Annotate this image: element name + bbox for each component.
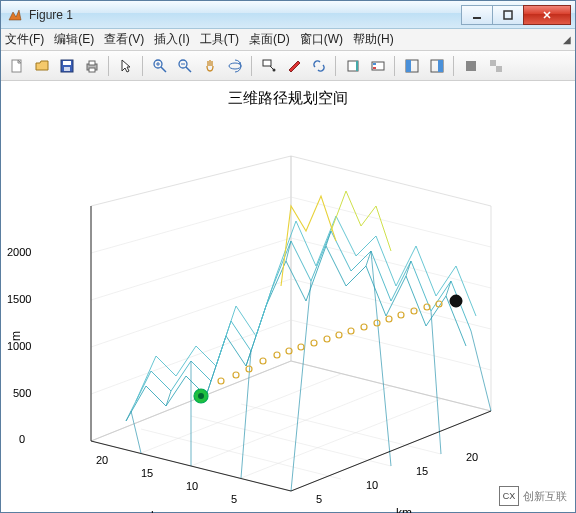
x-axis-label: km	[396, 506, 412, 513]
ytick: 15	[141, 467, 153, 479]
figure-window: Figure 1 文件(F) 编辑(E) 查看(V) 插入(I) 工具(T) 桌…	[0, 0, 576, 513]
show-plot-tools-button[interactable]	[484, 55, 507, 77]
svg-point-59	[218, 378, 224, 384]
insert-legend-button[interactable]	[366, 55, 389, 77]
path-waypoints	[218, 301, 442, 384]
svg-point-71	[374, 320, 380, 326]
menu-overflow-icon[interactable]: ◢	[563, 34, 571, 45]
window-controls	[462, 5, 571, 25]
link-button[interactable]	[307, 55, 330, 77]
toolbar-separator	[251, 56, 252, 76]
edit-pointer-button[interactable]	[114, 55, 137, 77]
xtick: 10	[366, 479, 378, 491]
svg-point-65	[298, 344, 304, 350]
svg-point-67	[324, 336, 330, 342]
svg-line-30	[291, 320, 491, 370]
axes-3d[interactable]	[31, 111, 541, 506]
chart-title: 三维路径规划空间	[1, 89, 575, 108]
svg-line-52	[131, 411, 141, 453]
svg-rect-25	[496, 66, 502, 72]
maximize-button[interactable]	[492, 5, 524, 25]
menu-insert[interactable]: 插入(I)	[154, 31, 189, 48]
svg-line-56	[371, 251, 391, 466]
menu-window[interactable]: 窗口(W)	[300, 31, 343, 48]
toolbar	[1, 51, 575, 81]
end-marker	[450, 295, 462, 307]
open-file-button[interactable]	[30, 55, 53, 77]
menu-desktop[interactable]: 桌面(D)	[249, 31, 290, 48]
svg-point-61	[246, 366, 252, 372]
menu-help[interactable]: 帮助(H)	[353, 31, 394, 48]
undock-window-button[interactable]	[425, 55, 448, 77]
svg-line-35	[91, 197, 291, 253]
svg-rect-22	[438, 60, 443, 72]
watermark-logo: CX	[499, 486, 519, 506]
svg-line-33	[91, 238, 291, 300]
z-axis-label: m	[9, 331, 23, 341]
menu-tools[interactable]: 工具(T)	[200, 31, 239, 48]
new-file-button[interactable]	[5, 55, 28, 77]
svg-line-44	[166, 391, 171, 406]
svg-point-60	[233, 372, 239, 378]
svg-line-79	[291, 411, 491, 491]
svg-rect-1	[504, 11, 512, 19]
svg-line-42	[241, 404, 441, 454]
insert-colorbar-button[interactable]	[341, 55, 364, 77]
terrain-mesh	[126, 191, 491, 491]
menu-file[interactable]: 文件(F)	[5, 31, 44, 48]
toolbar-separator	[142, 56, 143, 76]
svg-point-72	[386, 316, 392, 322]
save-button[interactable]	[55, 55, 78, 77]
menubar: 文件(F) 编辑(E) 查看(V) 插入(I) 工具(T) 桌面(D) 窗口(W…	[1, 29, 575, 51]
toolbar-separator	[335, 56, 336, 76]
ytick: 10	[186, 480, 198, 492]
svg-line-34	[291, 238, 491, 288]
zoom-out-button[interactable]	[173, 55, 196, 77]
toolbar-separator	[394, 56, 395, 76]
menu-view[interactable]: 查看(V)	[104, 31, 144, 48]
svg-line-38	[191, 386, 391, 466]
svg-rect-23	[466, 61, 476, 71]
svg-line-55	[291, 281, 311, 491]
minimize-button[interactable]	[461, 5, 493, 25]
svg-line-40	[141, 429, 341, 479]
svg-line-58	[471, 331, 491, 411]
menu-edit[interactable]: 编辑(E)	[54, 31, 94, 48]
ytick: 20	[96, 454, 108, 466]
svg-line-57	[431, 311, 441, 454]
xtick: 15	[416, 465, 428, 477]
svg-rect-12	[263, 60, 271, 66]
print-button[interactable]	[80, 55, 103, 77]
ztick: 500	[13, 387, 31, 399]
brush-button[interactable]	[282, 55, 305, 77]
data-cursor-button[interactable]	[257, 55, 280, 77]
svg-point-73	[398, 312, 404, 318]
svg-line-39	[241, 399, 441, 478]
ztick: 0	[19, 433, 25, 445]
svg-rect-20	[406, 60, 411, 72]
svg-rect-18	[373, 67, 376, 69]
pan-button[interactable]	[198, 55, 221, 77]
window-title: Figure 1	[29, 8, 73, 22]
svg-line-36	[291, 197, 491, 247]
svg-line-37	[141, 374, 341, 453]
start-marker-dot	[198, 393, 204, 399]
svg-point-63	[274, 352, 280, 358]
xtick: 20	[466, 451, 478, 463]
rotate-3d-button[interactable]	[223, 55, 246, 77]
hide-plot-tools-button[interactable]	[459, 55, 482, 77]
ztick: 1000	[7, 340, 31, 352]
zoom-in-button[interactable]	[148, 55, 171, 77]
dock-window-button[interactable]	[400, 55, 423, 77]
svg-line-51	[446, 281, 451, 296]
svg-line-31	[91, 279, 291, 347]
close-button[interactable]	[523, 5, 571, 25]
svg-point-62	[260, 358, 266, 364]
svg-rect-17	[373, 63, 376, 65]
svg-rect-24	[490, 60, 496, 66]
svg-point-69	[348, 328, 354, 334]
y-axis-label: km	[151, 509, 167, 513]
toolbar-separator	[108, 56, 109, 76]
axes-container[interactable]: 三维路径规划空间	[1, 81, 575, 512]
svg-point-70	[361, 324, 367, 330]
